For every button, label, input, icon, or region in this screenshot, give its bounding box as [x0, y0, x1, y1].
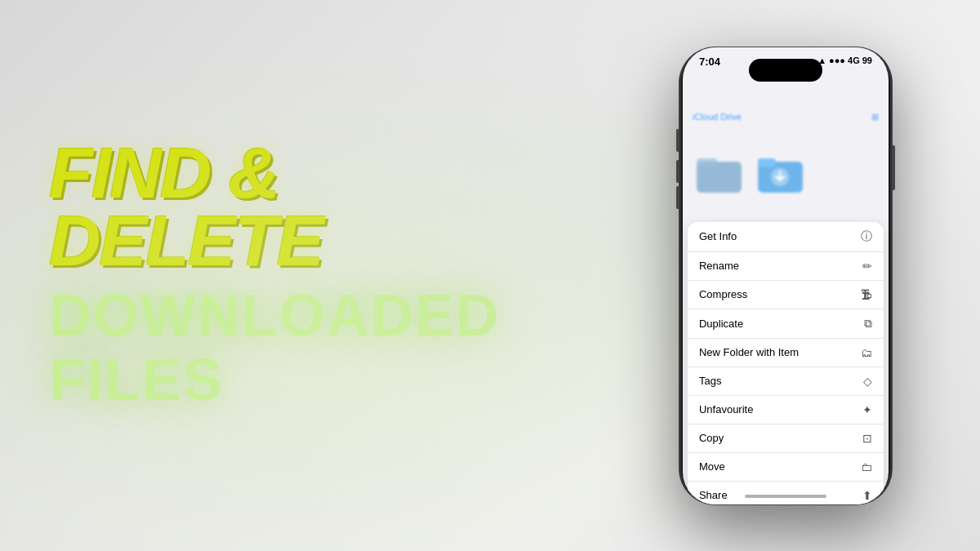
- menu-item-move[interactable]: Move 🗀: [688, 453, 884, 482]
- menu-item-compress-label: Compress: [699, 288, 747, 300]
- menu-item-share[interactable]: Share ⬆: [688, 482, 884, 504]
- breadcrumb: iCloud Drive: [693, 112, 742, 122]
- context-menu: Get Info ⓘ Rename ✏ Compress 🗜 Duplicate…: [688, 222, 884, 504]
- battery-level: 99: [862, 56, 872, 65]
- phone-frame: 7:04 ▲ ●●● 4G 99 iCloud Drive ⊞: [679, 47, 892, 504]
- menu-item-new-folder-label: New Folder with Item: [699, 346, 799, 358]
- rename-icon: ✏: [862, 260, 872, 273]
- duplicate-icon: ⧉: [864, 317, 872, 331]
- home-indicator: [745, 495, 826, 498]
- menu-item-rename[interactable]: Rename ✏: [688, 252, 884, 281]
- title-line2-part2: FILES: [49, 348, 500, 412]
- menu-item-unfavourite-label: Unfavourite: [699, 403, 753, 415]
- title-line1: FIND & DELETE: [49, 139, 500, 275]
- menu-item-tags-label: Tags: [699, 375, 721, 387]
- menu-item-copy[interactable]: Copy ⊡: [688, 424, 884, 453]
- menu-item-duplicate-label: Duplicate: [699, 318, 743, 330]
- select-button[interactable]: ⊞: [871, 112, 879, 122]
- folder-icon-1: [695, 151, 744, 196]
- menu-item-rename-label: Rename: [699, 260, 739, 272]
- menu-item-tags[interactable]: Tags ◇: [688, 367, 884, 396]
- app-header-bar: iCloud Drive ⊞: [693, 112, 879, 122]
- share-icon: ⬆: [862, 489, 872, 502]
- menu-item-new-folder[interactable]: New Folder with Item 🗂: [688, 339, 884, 367]
- menu-item-share-label: Share: [699, 489, 728, 501]
- phone-screen: 7:04 ▲ ●●● 4G 99 iCloud Drive ⊞: [683, 47, 889, 504]
- left-section: FIND & DELETE DOWNLOADED FILES: [0, 139, 549, 413]
- folder-icons-area: [683, 129, 889, 219]
- menu-item-duplicate[interactable]: Duplicate ⧉: [688, 309, 884, 339]
- network-type: 4G: [848, 56, 860, 65]
- compress-icon: 🗜: [861, 288, 872, 301]
- unfavourite-icon: ✦: [862, 403, 872, 416]
- menu-item-get-info[interactable]: Get Info ⓘ: [688, 222, 884, 252]
- folder-icon-downloads: [756, 151, 805, 196]
- dynamic-island: [749, 59, 822, 82]
- menu-item-compress[interactable]: Compress 🗜: [688, 281, 884, 309]
- right-section: 7:04 ▲ ●●● 4G 99 iCloud Drive ⊞: [549, 47, 980, 504]
- tags-icon: ◇: [863, 375, 872, 388]
- menu-item-unfavourite[interactable]: Unfavourite ✦: [688, 396, 884, 424]
- svg-rect-4: [758, 158, 776, 167]
- copy-icon: ⊡: [862, 432, 872, 445]
- title-line2-part1: DOWNLOADED: [49, 283, 500, 348]
- status-time: 7:04: [699, 56, 720, 68]
- move-icon: 🗀: [861, 460, 872, 473]
- svg-rect-2: [697, 162, 742, 193]
- menu-item-move-label: Move: [699, 460, 725, 473]
- status-icons: ▲ ●●● 4G 99: [817, 56, 872, 65]
- cellular-icon: ●●●: [829, 56, 845, 65]
- new-folder-icon: 🗂: [861, 346, 872, 359]
- info-icon: ⓘ: [861, 229, 872, 244]
- menu-item-copy-label: Copy: [699, 432, 724, 444]
- menu-item-get-info-label: Get Info: [699, 230, 737, 242]
